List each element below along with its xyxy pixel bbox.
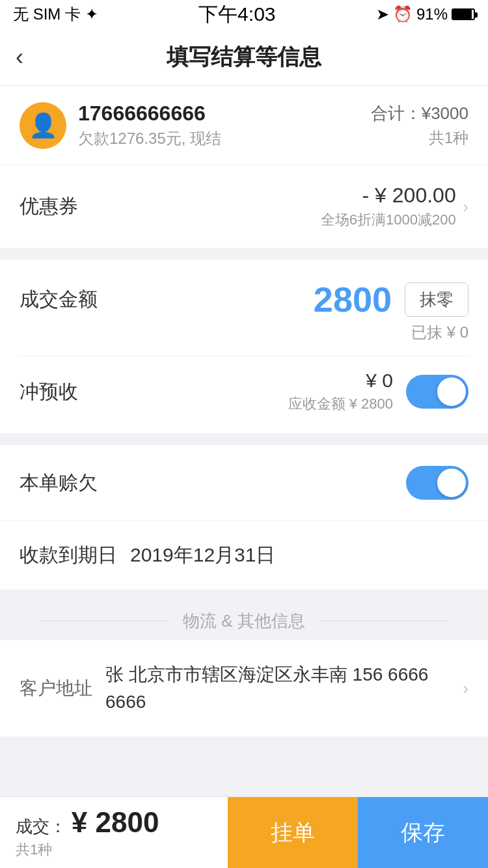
status-right: ➤ ⏰ 91% [376,5,475,23]
debt-toggle[interactable] [406,466,468,500]
total-count: 共1种 [371,128,468,148]
coupon-desc: 全场6折满1000减200 [321,210,456,230]
total-label: 合计：¥3000 [371,102,468,125]
hang-button[interactable]: 挂单 [228,797,358,869]
alarm-icon: ⏰ [393,5,413,23]
coupon-right: - ¥ 200.00 全场6折满1000减200 › [321,183,468,230]
address-row[interactable]: 客户地址 张 北京市市辖区海淀区永丰南 156 6666 6666 › [0,640,488,737]
due-label: 收款到期日 [20,542,117,569]
chevron-right-icon: › [463,197,468,217]
amount-value-group: 2800 抹零 [314,279,468,319]
back-button[interactable]: ‹ [16,44,23,71]
page-title: 填写结算等信息 [167,42,321,72]
address-value: 张 北京市市辖区海淀区永丰南 156 6666 6666 [105,661,463,716]
customer-card: 👤 17666666666 欠款1276.35元, 现结 合计：¥3000 共1… [0,86,488,248]
customer-info: 17666666666 欠款1276.35元, 现结 [78,102,221,149]
toggle-knob [437,377,466,406]
prepay-sub: 应收金额 ¥ 2800 [288,394,393,414]
debt-label: 本单赊欠 [20,470,98,496]
customer-debt: 欠款1276.35元, 现结 [78,128,221,149]
address-chevron-icon: › [463,678,468,699]
customer-left: 👤 17666666666 欠款1276.35元, 现结 [20,102,221,149]
bottom-deal-row: 成交： ¥ 2800 [16,806,212,839]
debt-toggle-knob [437,468,466,497]
bottom-bar: 成交： ¥ 2800 共1种 挂单 保存 [0,796,488,868]
separator-text: 物流 & 其他信息 [170,610,318,632]
amount-value: 2800 [314,279,392,319]
customer-phone: 17666666666 [78,102,221,126]
coupon-info: - ¥ 200.00 全场6折满1000减200 [321,183,456,230]
coupon-label: 优惠券 [20,193,78,220]
prepay-label: 冲预收 [20,379,78,405]
bottom-info: 成交： ¥ 2800 共1种 [0,806,228,860]
prepay-amount: ¥ 0 [288,370,393,392]
debt-row: 本单赊欠 [0,445,488,521]
amount-row: 成交金额 2800 抹零 [20,279,468,319]
prepay-right: ¥ 0 应收金额 ¥ 2800 [288,370,468,414]
status-time: 下午4:03 [198,1,275,28]
bottom-deal-label: 成交： [16,817,66,836]
bottom-count: 共1种 [16,840,212,860]
battery-icon [452,8,475,20]
prepay-toggle[interactable] [406,375,468,409]
avatar-icon: 👤 [29,112,58,139]
coupon-row[interactable]: 优惠券 - ¥ 200.00 全场6折满1000减200 › [0,165,488,248]
prepay-row: 冲预收 ¥ 0 应收金额 ¥ 2800 [20,356,468,414]
status-left: 无 SIM 卡 ✦ [13,4,98,25]
customer-right: 合计：¥3000 共1种 [371,102,468,148]
avatar: 👤 [20,102,66,149]
due-row: 收款到期日 2019年12月31日 [0,521,488,590]
nav-bar: ‹ 填写结算等信息 [0,29,488,86]
debt-card: 本单赊欠 收款到期日 2019年12月31日 [0,445,488,590]
bottom-deal-amount: ¥ 2800 [72,806,159,838]
amount-sub-text: 已抹 ¥ 0 [20,322,468,343]
battery-percent: 91% [416,5,448,23]
round-button[interactable]: 抹零 [405,282,468,317]
separator-section: 物流 & 其他信息 [0,601,488,640]
location-icon: ➤ [376,5,389,23]
customer-row: 👤 17666666666 欠款1276.35元, 现结 合计：¥3000 共1… [0,86,488,165]
save-button[interactable]: 保存 [358,797,488,869]
prepay-amount-group: ¥ 0 应收金额 ¥ 2800 [288,370,393,414]
amount-section: 成交金额 2800 抹零 已抹 ¥ 0 冲预收 ¥ 0 应收金额 ¥ 2800 [0,260,488,433]
no-sim-text: 无 SIM 卡 ✦ [13,4,98,25]
address-card: 客户地址 张 北京市市辖区海淀区永丰南 156 6666 6666 › [0,640,488,737]
main-content: 👤 17666666666 欠款1276.35元, 现结 合计：¥3000 共1… [0,86,488,865]
status-bar: 无 SIM 卡 ✦ 下午4:03 ➤ ⏰ 91% [0,0,488,29]
coupon-discount: - ¥ 200.00 [321,183,456,208]
due-date: 2019年12月31日 [130,542,275,569]
address-label: 客户地址 [20,676,92,701]
amount-label: 成交金额 [20,286,98,313]
